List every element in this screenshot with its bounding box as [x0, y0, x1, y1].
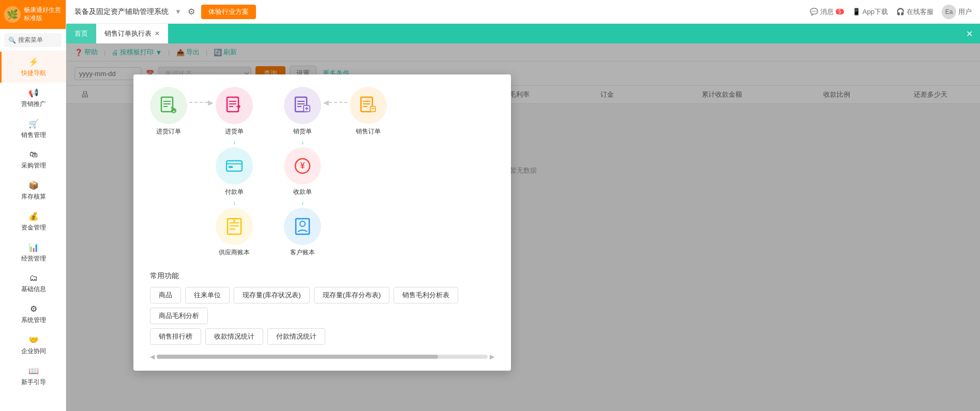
- modal-scrollbar-row: ◀ ▶: [150, 353, 494, 360]
- svg-rect-32: [370, 106, 375, 112]
- purchase-bill-label: 进货单: [225, 127, 244, 136]
- quick-nav-icon: ⚡: [28, 57, 39, 67]
- flow-col-sales-bill: 销货单 ↓ ¥ 收款单 ↓ 客户账本: [284, 87, 321, 257]
- operations-icon: 📊: [28, 242, 39, 252]
- app-download-btn[interactable]: 📱 App下载: [852, 7, 888, 17]
- sidebar-nav: ⚡ 快捷导航 📢 营销推广 🛒 销售管理 🛍 采购管理 📦 库存核算 💰: [0, 52, 66, 411]
- down-arrow-2: ↓: [233, 200, 236, 206]
- func-btn-4[interactable]: 销售毛利分析表: [394, 287, 458, 303]
- content-area: ❓ 帮助 | 🖨 按模板打印 ▼ | 📤 导出 | 🔄 刷新: [66, 43, 980, 411]
- sidebar-search-area: 🔍 搜索菜单: [0, 29, 66, 52]
- common-functions-section: 常用功能 商品 往来单位 现存量(库存状况表) 现存量(库存分布表) 销售毛利分…: [150, 271, 494, 345]
- header-dropdown-arrow[interactable]: ▼: [175, 8, 182, 16]
- sidebar-item-base-info[interactable]: 🗂 基础信息: [0, 268, 66, 299]
- flow-col-purchase-bill: 进货单 ↓ 付款单 ↓ ¥ 供应商账本: [216, 87, 253, 257]
- tab-bar: 首页 销售订单执行表 ✕ ✕: [66, 24, 980, 43]
- flow-diagram: 进货订单 ▶ 进货单 ↓: [150, 87, 494, 257]
- purchase-icon: 🛍: [29, 150, 38, 159]
- tab-close-btn[interactable]: ✕: [155, 30, 160, 37]
- sales-order-flow-label: 销售订单: [356, 127, 381, 136]
- header-right: 💬 消息 5 📱 App下载 🎧 在线客服 Ea 用户: [810, 5, 972, 19]
- search-icon: 🔍: [8, 37, 16, 44]
- sidebar-item-newbie[interactable]: 📖 新手引导: [0, 361, 66, 392]
- sidebar-item-sales[interactable]: 🛒 销售管理: [0, 114, 66, 145]
- func-btn-0[interactable]: 商品: [150, 287, 181, 303]
- scroll-right-btn[interactable]: ▶: [490, 353, 494, 360]
- sales-order-flow-node[interactable]: [350, 87, 387, 124]
- app-icon: 📱: [852, 8, 861, 16]
- user-menu[interactable]: Ea 用户: [942, 5, 972, 19]
- sidebar-item-system[interactable]: ⚙ 系统管理: [0, 299, 66, 330]
- supplier-account-node[interactable]: ¥: [216, 208, 253, 245]
- system-title: 装备及固定资产辅助管理系统: [74, 7, 169, 17]
- logo-icon: 🌿: [4, 6, 21, 23]
- customer-account-node[interactable]: [284, 208, 321, 245]
- func-btn-6[interactable]: 销售排行榜: [150, 328, 201, 345]
- payment-bill-node[interactable]: [216, 147, 253, 185]
- func-btn-2[interactable]: 现存量(库存状况表): [234, 287, 310, 303]
- top-header: 装备及固定资产辅助管理系统 ▼ ⚙ 体验行业方案 💬 消息 5 📱 App下载 …: [66, 0, 980, 24]
- sidebar-item-marketing[interactable]: 📢 营销推广: [0, 83, 66, 114]
- func-btn-8[interactable]: 付款情况统计: [267, 328, 325, 345]
- main-area: 装备及固定资产辅助管理系统 ▼ ⚙ 体验行业方案 💬 消息 5 📱 App下载 …: [66, 0, 980, 411]
- sidebar-item-finance[interactable]: 💰 资金管理: [0, 206, 66, 237]
- scroll-left-btn[interactable]: ◀: [150, 353, 155, 360]
- marketing-icon: 📢: [28, 88, 39, 98]
- settings-icon[interactable]: ⚙: [188, 7, 195, 17]
- down-arrow-4: ↓: [301, 200, 304, 206]
- flow-col-sales-order: 销售订单: [350, 87, 387, 136]
- svg-rect-9: [227, 161, 242, 171]
- sales-icon: 🛒: [28, 119, 39, 129]
- down-arrow-3: ↓: [301, 139, 304, 145]
- customer-account-label: 客户账本: [290, 248, 315, 257]
- tab-sales-order[interactable]: 销售订单执行表 ✕: [96, 24, 168, 43]
- service-icon: 🎧: [896, 8, 904, 16]
- search-menu-btn[interactable]: 🔍 搜索菜单: [4, 33, 62, 47]
- func-buttons-row2: 销售排行榜 收款情况统计 付款情况统计: [150, 328, 494, 345]
- func-btn-7[interactable]: 收款情况统计: [205, 328, 263, 345]
- svg-text:¥: ¥: [233, 218, 235, 223]
- logo-text: 畅康通好生意 标准版: [24, 6, 61, 22]
- sidebar-item-quick-nav[interactable]: ⚡ 快捷导航: [0, 52, 66, 83]
- down-arrow-1: ↓: [233, 139, 236, 145]
- purchase-order-node[interactable]: [150, 87, 187, 124]
- message-icon: 💬: [810, 8, 818, 16]
- func-btn-1[interactable]: 往来单位: [185, 287, 230, 303]
- message-btn[interactable]: 💬 消息 5: [810, 7, 844, 17]
- sidebar-logo[interactable]: 🌿 畅康通好生意 标准版: [0, 0, 66, 29]
- finance-icon: 💰: [28, 211, 39, 221]
- receipt-bill-label: 收款单: [293, 188, 312, 196]
- purchase-order-label: 进货订单: [156, 127, 181, 136]
- scrollbar-thumb: [157, 355, 438, 359]
- online-service-btn[interactable]: 🎧 在线客服: [896, 7, 933, 17]
- func-buttons-row1: 商品 往来单位 现存量(库存状况表) 现存量(库存分布表) 销售毛利分析表 商品…: [150, 287, 494, 324]
- message-badge: 5: [836, 9, 844, 14]
- modal-scrollbar-area: ◀ ▶: [150, 353, 494, 360]
- tab-home[interactable]: 首页: [66, 24, 96, 43]
- purchase-bill-node[interactable]: [216, 87, 253, 124]
- sidebar-item-purchase[interactable]: 🛍 采购管理: [0, 145, 66, 175]
- sales-bill-node[interactable]: [284, 87, 321, 124]
- func-btn-3[interactable]: 现存量(库存分布表): [314, 287, 390, 303]
- arrow-2: ◀: [323, 98, 348, 106]
- system-icon: ⚙: [30, 304, 37, 314]
- supplier-account-label: 供应商账本: [219, 248, 250, 257]
- inventory-icon: 📦: [28, 180, 39, 190]
- scrollbar-track[interactable]: [157, 355, 488, 359]
- func-btn-5[interactable]: 商品毛利分析: [150, 308, 208, 324]
- sidebar-item-operations[interactable]: 📊 经营管理: [0, 237, 66, 268]
- svg-rect-11: [229, 166, 233, 168]
- trial-btn[interactable]: 体验行业方案: [201, 5, 256, 19]
- receipt-bill-node[interactable]: ¥: [284, 147, 321, 185]
- sidebar-item-collab[interactable]: 🤝 企业协同: [0, 330, 66, 361]
- tab-bar-close-btn[interactable]: ✕: [959, 24, 980, 43]
- sidebar-item-inventory[interactable]: 📦 库存核算: [0, 175, 66, 206]
- avatar: Ea: [942, 5, 956, 19]
- arrow-1: ▶: [189, 98, 214, 106]
- svg-point-27: [300, 221, 305, 226]
- sales-bill-label: 销货单: [293, 127, 312, 136]
- flow-col-purchase-order: 进货订单: [150, 87, 187, 136]
- collab-icon: 🤝: [28, 335, 39, 345]
- svg-text:¥: ¥: [300, 161, 305, 170]
- common-func-title: 常用功能: [150, 271, 494, 281]
